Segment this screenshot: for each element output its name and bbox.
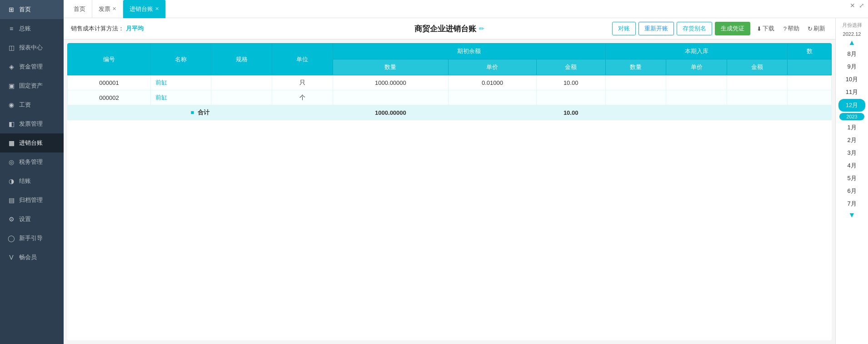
content-wrapper: 销售成本计算方法： 月平均 商贸企业进销台账 ✏ 对账 重新开账 存货别名 生成… [64, 18, 868, 344]
table-header-row-1: 编号 名称 规格 单位 期初余额 本期入库 数 [68, 44, 832, 59]
cell-spec-1 [211, 75, 272, 90]
invoice-mgmt-icon: ◧ [7, 120, 15, 128]
page-title: 商贸企业进销台账 [414, 24, 476, 34]
month-item-2023-3[interactable]: 3月 [836, 147, 868, 159]
total-opening-amount: 10.00 [536, 105, 605, 120]
sidebar-item-reports[interactable]: ◫ 报表中心 [0, 38, 64, 57]
download-btn-area[interactable]: ⬇ 下载 [753, 23, 778, 34]
total-opening-qty: 1000.00000 [333, 105, 449, 120]
col-in-extra [788, 59, 832, 75]
month-item-8[interactable]: 8月 [836, 48, 868, 60]
month-panel-year-2022: 2022.12 [843, 30, 861, 38]
generate-voucher-button[interactable]: 生成凭证 [715, 22, 750, 35]
sidebar-item-ledger[interactable]: ≡ 总账 [0, 19, 64, 38]
tab-purchase-ledger[interactable]: 进销台账 ✕ [123, 0, 166, 18]
col-opening-amount: 金额 [536, 59, 605, 75]
sidebar-item-home[interactable]: ⊞ 首页 [0, 0, 64, 19]
month-item-12[interactable]: 12月 [838, 99, 865, 112]
cell-in-amount-2 [727, 90, 788, 105]
col-in-price: 单价 [666, 59, 727, 75]
sidebar-item-invoice-mgmt[interactable]: ◧ 发票管理 [0, 114, 64, 133]
total-row: ■ 合计 1000.00000 10.00 [68, 105, 832, 120]
month-panel: 月份选择 2022.12 ▲ 8月 9月 10月 11月 12月 2023 1月… [835, 18, 868, 344]
total-in-price [666, 105, 727, 120]
month-item-2023-7[interactable]: 7月 [836, 197, 868, 210]
tab-home[interactable]: 首页 [67, 0, 92, 18]
month-item-2023-5[interactable]: 5月 [836, 172, 868, 185]
col-header-opening-balance: 期初余额 [333, 44, 605, 59]
total-in-qty [605, 105, 666, 120]
member-icon: V [7, 254, 15, 261]
cell-opening-qty-2 [333, 90, 449, 105]
edit-icon[interactable]: ✏ [479, 25, 484, 32]
salary-icon: ◉ [7, 101, 15, 108]
cell-in-price-1 [666, 75, 727, 90]
cell-opening-amount-1: 10.00 [536, 75, 605, 90]
purchase-ledger-icon: ▦ [7, 139, 15, 147]
cell-name-1: 前缸 [150, 75, 211, 90]
window-close-button[interactable]: ✕ [850, 2, 855, 9]
reopen-button[interactable]: 重新开账 [639, 22, 674, 35]
tab-invoice-close[interactable]: ✕ [112, 6, 116, 12]
month-item-2023-2[interactable]: 2月 [836, 134, 868, 147]
sidebar-item-archive[interactable]: ▤ 归档管理 [0, 191, 64, 210]
window-maximize-button[interactable]: ⤢ [859, 2, 864, 9]
cell-opening-price-2 [449, 90, 536, 105]
sidebar-item-salary[interactable]: ◉ 工资 [0, 95, 64, 114]
sales-method-value: 月平均 [126, 25, 144, 33]
cell-opening-amount-2 [536, 90, 605, 105]
col-header-name: 名称 [150, 44, 211, 75]
product-link-2[interactable]: 前缸 [155, 94, 167, 101]
refresh-btn-area[interactable]: ↻ 刷新 [805, 23, 828, 34]
month-scroll-up[interactable]: ▲ [848, 38, 857, 48]
col-header-spec: 规格 [211, 44, 272, 75]
table-row: 000002 前缸 个 [68, 90, 832, 105]
total-in-amount [727, 105, 788, 120]
reports-icon: ◫ [7, 44, 15, 51]
col-header-extra: 数 [788, 44, 832, 59]
page-title-area: 商贸企业进销台账 ✏ [414, 24, 484, 34]
guide-icon: ◯ [7, 235, 15, 242]
save-alias-button[interactable]: 存货别名 [677, 22, 712, 35]
month-item-11[interactable]: 11月 [836, 86, 868, 98]
refresh-icon: ↻ [808, 25, 813, 32]
sidebar: ⊞ 首页 ≡ 总账 ◫ 报表中心 ◈ 资金管理 ▣ 固定资产 ◉ 工资 ◧ 发票… [0, 0, 64, 344]
total-label: 合计 [198, 109, 210, 116]
tab-purchase-ledger-close[interactable]: ✕ [155, 6, 159, 12]
month-item-2023-1[interactable]: 1月 [836, 121, 868, 134]
total-icon: ■ [191, 109, 195, 116]
funds-icon: ◈ [7, 63, 15, 70]
sidebar-item-assets[interactable]: ▣ 固定资产 [0, 76, 64, 95]
tab-invoice[interactable]: 发票 ✕ [92, 0, 123, 18]
sidebar-item-settings[interactable]: ⚙ 设置 [0, 210, 64, 229]
sidebar-item-tax[interactable]: ◎ 税务管理 [0, 152, 64, 172]
cell-in-extra-2 [788, 90, 832, 105]
archive-icon: ▤ [7, 197, 15, 204]
close-period-icon: ◑ [7, 177, 15, 185]
reconcile-button[interactable]: 对账 [612, 22, 636, 35]
settings-icon: ⚙ [7, 216, 15, 223]
home-icon: ⊞ [7, 6, 15, 13]
cell-code-1: 000001 [68, 75, 151, 90]
month-item-10[interactable]: 10月 [836, 73, 868, 86]
month-item-2023-6[interactable]: 6月 [836, 185, 868, 197]
month-item-2023-4[interactable]: 4月 [836, 159, 868, 172]
cell-opening-price-1: 0.01000 [449, 75, 536, 90]
sidebar-item-member[interactable]: V 畅会员 [0, 248, 64, 267]
table-area: 编号 名称 规格 单位 期初余额 本期入库 数 数量 单价 金额 数 [67, 43, 832, 340]
product-link-1[interactable]: 前缸 [155, 79, 167, 86]
month-item-9[interactable]: 9月 [836, 60, 868, 73]
cell-spec-2 [211, 90, 272, 105]
col-in-amount: 金额 [727, 59, 788, 75]
sidebar-item-purchase-ledger[interactable]: ▦ 进销台账 [0, 133, 64, 152]
sidebar-item-guide[interactable]: ◯ 新手引导 [0, 229, 64, 248]
cell-name-2: 前缸 [150, 90, 211, 105]
help-btn-area[interactable]: ? 帮助 [781, 23, 802, 34]
sales-method-label: 销售成本计算方法： [71, 25, 124, 33]
sidebar-item-close[interactable]: ◑ 结账 [0, 172, 64, 191]
sidebar-item-funds[interactable]: ◈ 资金管理 [0, 57, 64, 76]
cell-unit-2: 个 [272, 90, 333, 105]
month-panel-title: 月份选择 [842, 20, 862, 30]
month-scroll-down[interactable]: ▼ [848, 210, 857, 220]
col-header-current-in: 本期入库 [605, 44, 788, 59]
